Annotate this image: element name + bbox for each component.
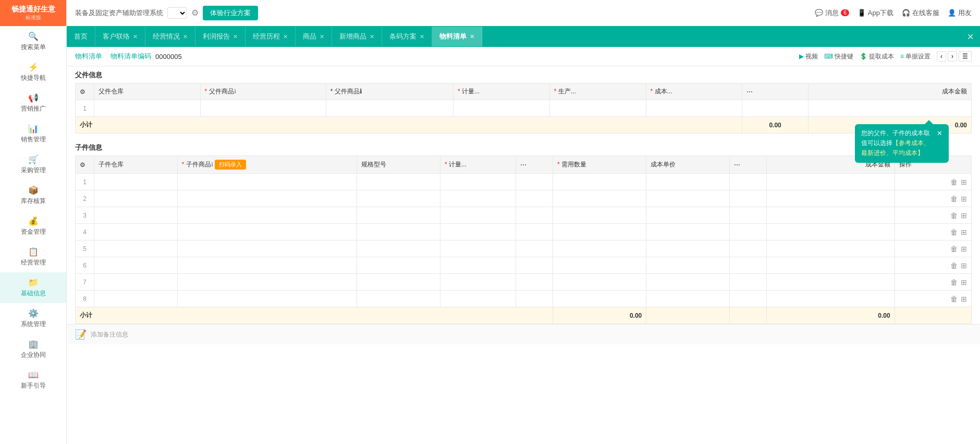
child-cell-unit-3[interactable] [440,207,516,224]
tooltip-close[interactable]: ✕ [937,128,942,139]
sidebar-item-inventory[interactable]: 📦 库存核算 [0,180,66,211]
child-cell-product-2[interactable] [177,190,357,207]
sidebar-item-sales[interactable]: 📊 销售管理 [0,118,66,149]
child-cell-qty-7[interactable] [553,274,646,291]
parent-col-expand[interactable]: ⋯ [742,83,808,100]
child-cell-spec-4[interactable] [357,224,440,241]
experience-btn[interactable]: 体验行业方案 [203,6,258,20]
child-cell-unit-cost-3[interactable] [646,207,730,224]
tab-operation-status[interactable]: 经营情况 ✕ [145,27,195,46]
copy-icon-8[interactable]: ⊞ [961,295,967,303]
gear-icon[interactable]: ⚙ [191,8,199,18]
tab-operation-status-close[interactable]: ✕ [183,33,188,40]
copy-icon-4[interactable]: ⊞ [961,228,967,236]
child-cell-product-4[interactable] [177,224,357,241]
child-cell-unit-cost-5[interactable] [646,241,730,257]
message-item[interactable]: 💬 消息 6 [815,8,849,18]
child-cell-expand2-4[interactable] [729,224,766,241]
child-cell-unit-8[interactable] [440,291,516,307]
child-cell-spec-2[interactable] [357,190,440,207]
tab-customer-close[interactable]: ✕ [133,33,138,40]
child-cell-qty-2[interactable] [553,190,646,207]
sidebar-item-purchase[interactable]: 🛒 采购管理 [0,149,66,180]
cost-btn[interactable]: 💲 提取成本 [860,52,894,61]
child-cell-qty-3[interactable] [553,207,646,224]
delete-icon-4[interactable]: 🗑 [950,228,958,236]
child-cell-unit-4[interactable] [440,224,516,241]
scan-btn[interactable]: 扫码录入 [215,160,246,170]
sidebar-item-search[interactable]: 🔍 搜索菜单 [0,26,66,57]
child-cell-qty-6[interactable] [553,257,646,274]
child-cell-unit-6[interactable] [440,257,516,274]
child-cell-product-3[interactable] [177,207,357,224]
child-cell-unit-cost-2[interactable] [646,190,730,207]
tab-profit-report[interactable]: 利润报告 ✕ [195,27,246,46]
child-cell-expand-2[interactable] [516,190,553,207]
tab-barcode[interactable]: 条码方案 ✕ [382,27,432,46]
child-cell-expand2-1[interactable] [729,174,766,190]
delete-icon-8[interactable]: 🗑 [950,295,958,303]
child-col-expand2[interactable]: ⋯ [729,156,766,174]
child-cell-unit-5[interactable] [440,241,516,257]
system-select[interactable] [167,7,187,19]
sidebar-item-operation[interactable]: 📋 经营管理 [0,242,66,272]
close-all-tabs[interactable]: ✕ [961,27,980,47]
tab-bom[interactable]: 物料清单 ✕ [432,27,482,46]
copy-icon-3[interactable]: ⊞ [961,211,967,220]
child-cell-unit-cost-6[interactable] [646,257,730,274]
bottom-add-label[interactable]: 添加备注信息 [91,330,128,339]
child-cell-warehouse-4[interactable] [94,224,178,241]
child-cell-expand2-7[interactable] [729,274,766,291]
sidebar-item-quick-nav[interactable]: ⚡ 快捷导航 [0,57,66,88]
child-cell-product-8[interactable] [177,291,357,307]
child-cell-unit-cost-8[interactable] [646,291,730,307]
child-cell-spec-5[interactable] [357,241,440,257]
child-col-expand[interactable]: ⋯ [516,156,553,174]
child-cell-expand-5[interactable] [516,241,553,257]
child-cell-expand-6[interactable] [516,257,553,274]
parent-col-settings[interactable]: ⚙ [76,83,94,100]
list-view-btn[interactable]: ☰ [959,51,972,62]
child-cell-expand-7[interactable] [516,274,553,291]
prev-page-btn[interactable]: ‹ [937,51,946,62]
child-cell-unit-cost-4[interactable] [646,224,730,241]
sidebar-item-system[interactable]: ⚙️ 系统管理 [0,303,66,334]
child-cell-product-6[interactable] [177,257,357,274]
tab-new-products[interactable]: 新增商品 ✕ [332,27,382,46]
sidebar-item-marketing[interactable]: 📢 营销推广 [0,88,66,118]
tab-home[interactable]: 首页 [67,27,95,46]
child-cell-warehouse-8[interactable] [94,291,178,307]
child-cell-warehouse-2[interactable] [94,190,178,207]
delete-icon-1[interactable]: 🗑 [950,178,958,186]
single-setting-btn[interactable]: ≡ 单据设置 [900,52,930,61]
tab-customer[interactable]: 客户联络 ✕ [95,27,145,46]
tab-barcode-close[interactable]: ✕ [420,33,424,40]
child-cell-spec-3[interactable] [357,207,440,224]
child-cell-spec-8[interactable] [357,291,440,307]
child-cell-expand-8[interactable] [516,291,553,307]
child-cell-expand-4[interactable] [516,224,553,241]
child-cell-product-7[interactable] [177,274,357,291]
copy-icon-6[interactable]: ⊞ [961,261,967,270]
breadcrumb-item2[interactable]: 物料清单编码 [111,52,151,61]
child-cell-product-1[interactable] [177,174,357,190]
child-cell-qty-5[interactable] [553,241,646,257]
child-cell-expand2-5[interactable] [729,241,766,257]
app-download-item[interactable]: 📱 App下载 [858,8,893,18]
child-cell-spec-6[interactable] [357,257,440,274]
parent-cell-product-1[interactable] [200,100,326,117]
child-cell-unit-2[interactable] [440,190,516,207]
child-cell-spec-7[interactable] [357,274,440,291]
child-cell-expand2-2[interactable] [729,190,766,207]
shortcut-btn[interactable]: ⌨ 快捷键 [824,52,853,61]
delete-icon-2[interactable]: 🗑 [950,195,958,203]
parent-cell-cost-1[interactable] [646,100,742,117]
delete-icon-6[interactable]: 🗑 [950,261,958,270]
breadcrumb-item1[interactable]: 物料清单 [75,52,102,61]
parent-cell-unit-1[interactable] [454,100,550,117]
child-cell-warehouse-3[interactable] [94,207,178,224]
child-cell-qty-4[interactable] [553,224,646,241]
child-cell-qty-1[interactable] [553,174,646,190]
parent-cell-expand-1[interactable] [742,100,808,117]
child-cell-warehouse-7[interactable] [94,274,178,291]
